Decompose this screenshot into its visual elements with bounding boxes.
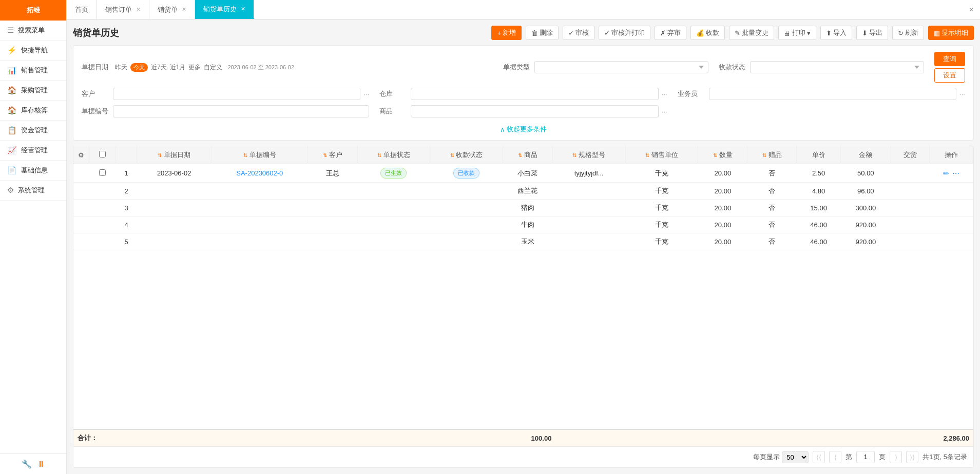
tab-sales-order-close[interactable]: ✕: [136, 6, 141, 13]
th-goods[interactable]: ⇅ 商品: [503, 146, 553, 164]
tab-home[interactable]: 首页: [67, 0, 97, 19]
salesperson-dots[interactable]: ···: [959, 90, 965, 98]
row-doc-date: [137, 200, 212, 216]
next-page-button[interactable]: ⟩: [890, 451, 902, 463]
tab-sales-history-close[interactable]: ✕: [241, 6, 245, 12]
row-spec: [552, 200, 625, 216]
shortcut-custom[interactable]: 自定义: [204, 63, 222, 72]
th-doc-status[interactable]: ⇅ 单据状态: [357, 146, 430, 164]
shortcut-1month[interactable]: 近1月: [170, 63, 186, 72]
shortcut-yesterday[interactable]: 昨天: [115, 63, 127, 72]
th-sales-unit[interactable]: ⇅ 销售单位: [625, 146, 698, 164]
th-spec[interactable]: ⇅ 规格型号: [552, 146, 625, 164]
row-check[interactable]: [89, 200, 116, 216]
tab-sales-delivery[interactable]: 销货单 ✕: [149, 0, 195, 19]
doc-type-select[interactable]: [534, 61, 708, 73]
doc-no-link[interactable]: SA-20230602-0: [236, 169, 283, 177]
row-gift: 否: [747, 164, 797, 183]
first-page-button[interactable]: ⟨⟨: [813, 451, 825, 463]
row-gear: [73, 216, 89, 233]
sidebar-item-system-mgmt[interactable]: ⚙ 系统管理: [0, 181, 66, 201]
customer-input[interactable]: [113, 88, 360, 100]
row-no: 5: [116, 233, 137, 250]
row-customer: [308, 233, 357, 250]
sidebar-item-purchase-mgmt[interactable]: 🏠 采购管理: [0, 81, 66, 101]
row-checkbox[interactable]: [99, 169, 106, 176]
refresh-button[interactable]: ↻ 刷新: [892, 26, 924, 40]
shortcut-today[interactable]: 今天: [130, 63, 148, 72]
prev-page-button[interactable]: ⟨: [829, 451, 841, 463]
row-check[interactable]: [89, 233, 116, 250]
system-mgmt-icon: ⚙: [7, 186, 14, 195]
settings-icon[interactable]: 🔧: [22, 459, 32, 469]
gear-icon[interactable]: ⚙: [78, 151, 84, 159]
display-button[interactable]: ▦ 显示明细: [928, 26, 974, 40]
pause-icon[interactable]: ⏸: [37, 460, 45, 469]
sidebar-item-search-menu[interactable]: ☰ 搜索菜单: [0, 21, 66, 41]
new-button[interactable]: + 新增: [491, 26, 522, 40]
row-sales-unit: 千克: [625, 183, 698, 200]
row-check[interactable]: [89, 164, 116, 183]
goods-dots[interactable]: ···: [662, 108, 667, 115]
per-page-select[interactable]: 20 50 100: [782, 451, 809, 463]
shortcut-more[interactable]: 更多: [188, 63, 201, 72]
receive-button[interactable]: 💰 收款: [690, 26, 725, 40]
payment-status-select[interactable]: [750, 61, 924, 73]
date-label: 单据日期: [82, 63, 110, 72]
th-payment-status[interactable]: ⇅ 收款状态: [430, 146, 503, 164]
select-all-checkbox[interactable]: [99, 151, 106, 157]
th-doc-date[interactable]: ⇅ 单据日期: [137, 146, 212, 164]
batch-change-button[interactable]: ✎ 批量变更: [729, 26, 774, 40]
th-gift[interactable]: ⇅ 赠品: [747, 146, 797, 164]
tab-close-all-button[interactable]: ✕: [963, 6, 980, 13]
import-button[interactable]: ⬆ 导入: [820, 26, 852, 40]
search-menu-icon: ☰: [7, 26, 14, 35]
th-quantity[interactable]: ⇅ 数量: [698, 146, 747, 164]
chevron-up-icon: ∧: [500, 126, 505, 133]
last-page-button[interactable]: ⟩⟩: [906, 451, 918, 463]
delete-button[interactable]: 🗑 删除: [526, 26, 559, 40]
shortcut-7days[interactable]: 近7天: [151, 63, 167, 72]
goods-input[interactable]: [411, 105, 658, 117]
edit-icon[interactable]: ✏: [943, 169, 949, 177]
sidebar-item-stock-calc[interactable]: 🏠 库存核算: [0, 101, 66, 121]
sidebar-item-fund-mgmt[interactable]: 📋 资金管理: [0, 121, 66, 141]
warehouse-dots[interactable]: ···: [662, 90, 667, 98]
table-scroll[interactable]: ⚙ ⇅ 单据日期 ⇅ 单据编: [73, 146, 973, 429]
row-doc-no: [212, 216, 308, 233]
sidebar-item-basic-info[interactable]: 📄 基础信息: [0, 161, 66, 181]
collapse-button[interactable]: ∧ 收起更多条件: [500, 125, 547, 134]
sidebar-item-operations-mgmt[interactable]: 📈 经营管理: [0, 141, 66, 161]
audit-button[interactable]: ✓ 审核: [563, 26, 594, 40]
date-shortcuts: 昨天 今天 近7天 近1月 更多 自定义 2023-06-02 至 2023-0…: [115, 63, 294, 72]
per-page-label: 每页显示 20 50 100: [753, 451, 809, 463]
page-input[interactable]: [856, 451, 875, 463]
abandon-button[interactable]: ✗ 弃审: [655, 26, 686, 40]
salesperson-input[interactable]: [709, 88, 956, 100]
filter-panel: 单据日期 昨天 今天 近7天 近1月 更多 自定义 2023-06-02 至 2…: [73, 45, 974, 141]
row-check[interactable]: [89, 183, 116, 200]
export-button[interactable]: ⬇ 导出: [856, 26, 888, 40]
row-check[interactable]: [89, 216, 116, 233]
warehouse-input[interactable]: [411, 88, 658, 100]
sales-mgmt-icon: 📊: [7, 66, 17, 75]
th-check: [89, 146, 116, 164]
query-button[interactable]: 查询: [934, 52, 965, 66]
sidebar-item-quick-nav[interactable]: ⚡ 快捷导航: [0, 41, 66, 61]
page-label-suffix: 页: [879, 452, 886, 462]
print-button[interactable]: 🖨 打印 ▾: [778, 26, 816, 40]
settings-button[interactable]: 设置: [934, 68, 965, 83]
th-customer[interactable]: ⇅ 客户: [308, 146, 357, 164]
sidebar: 拓维 ☰ 搜索菜单 ⚡ 快捷导航 📊 销售管理 🏠 采购管理 🏠 库存核算 📋 …: [0, 0, 67, 474]
tab-sales-delivery-close[interactable]: ✕: [182, 6, 186, 13]
tab-sales-history[interactable]: 销货单历史 ✕: [195, 0, 254, 19]
doc-no-input[interactable]: [113, 105, 369, 117]
sidebar-item-label: 采购管理: [21, 86, 48, 95]
tab-sales-order[interactable]: 销售订单 ✕: [97, 0, 149, 19]
th-doc-no[interactable]: ⇅ 单据编号: [212, 146, 308, 164]
audit-print-button[interactable]: ✓ 审核并打印: [599, 26, 650, 40]
customer-dots[interactable]: ···: [363, 90, 369, 98]
sidebar-item-sales-mgmt[interactable]: 📊 销售管理: [0, 61, 66, 81]
row-doc-date: [137, 233, 212, 250]
more-icon[interactable]: ⋯: [952, 169, 959, 177]
